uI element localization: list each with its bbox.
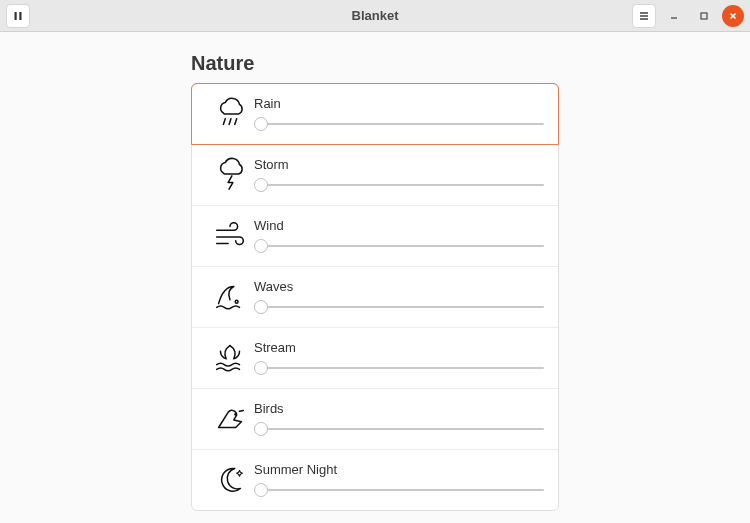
maximize-button[interactable]	[692, 4, 716, 28]
row-body: Summer Night	[254, 462, 544, 497]
row-body: Birds	[254, 401, 544, 436]
svg-line-9	[223, 119, 225, 125]
pause-icon	[13, 11, 23, 21]
svg-rect-1	[19, 12, 21, 20]
hamburger-icon	[638, 10, 650, 22]
titlebar: Blanket	[0, 0, 750, 32]
close-button[interactable]	[722, 5, 744, 27]
sound-label: Waves	[254, 279, 544, 294]
svg-point-13	[235, 413, 237, 415]
rain-icon	[206, 94, 254, 132]
titlebar-right	[632, 4, 744, 28]
waves-icon	[206, 277, 254, 315]
sound-label: Summer Night	[254, 462, 544, 477]
row-body: Rain	[254, 96, 544, 131]
volume-slider-waves[interactable]	[254, 300, 544, 314]
sound-row-stream[interactable]: Stream	[192, 328, 558, 389]
sound-label: Wind	[254, 218, 544, 233]
sound-row-birds[interactable]: Birds	[192, 389, 558, 450]
sound-row-summer-night[interactable]: Summer Night	[192, 450, 558, 510]
svg-rect-0	[15, 12, 17, 20]
row-body: Waves	[254, 279, 544, 314]
sound-list: Rain Storm	[191, 83, 559, 511]
volume-slider-stream[interactable]	[254, 361, 544, 375]
svg-line-10	[229, 119, 231, 125]
volume-slider-wind[interactable]	[254, 239, 544, 253]
sound-row-storm[interactable]: Storm	[192, 145, 558, 206]
storm-icon	[206, 155, 254, 193]
minimize-button[interactable]	[662, 4, 686, 28]
svg-line-11	[235, 119, 237, 125]
sound-label: Rain	[254, 96, 544, 111]
svg-line-14	[240, 410, 244, 411]
volume-slider-birds[interactable]	[254, 422, 544, 436]
sound-label: Stream	[254, 340, 544, 355]
sound-row-wind[interactable]: Wind	[192, 206, 558, 267]
maximize-icon	[699, 11, 709, 21]
section-title: Nature	[191, 52, 559, 75]
row-body: Wind	[254, 218, 544, 253]
row-body: Storm	[254, 157, 544, 192]
birds-icon	[206, 399, 254, 437]
svg-point-12	[235, 300, 238, 303]
volume-slider-summer-night[interactable]	[254, 483, 544, 497]
sound-row-waves[interactable]: Waves	[192, 267, 558, 328]
minimize-icon	[669, 11, 679, 21]
close-icon	[728, 11, 738, 21]
sound-label: Birds	[254, 401, 544, 416]
volume-slider-rain[interactable]	[254, 117, 544, 131]
stream-icon	[206, 338, 254, 376]
pause-button[interactable]	[6, 4, 30, 28]
content: Nature Rain	[0, 32, 750, 511]
row-body: Stream	[254, 340, 544, 375]
svg-rect-6	[701, 13, 707, 19]
menu-button[interactable]	[632, 4, 656, 28]
summer-night-icon	[206, 460, 254, 498]
sound-row-rain[interactable]: Rain	[191, 83, 559, 145]
sound-label: Storm	[254, 157, 544, 172]
volume-slider-storm[interactable]	[254, 178, 544, 192]
wind-icon	[206, 216, 254, 254]
